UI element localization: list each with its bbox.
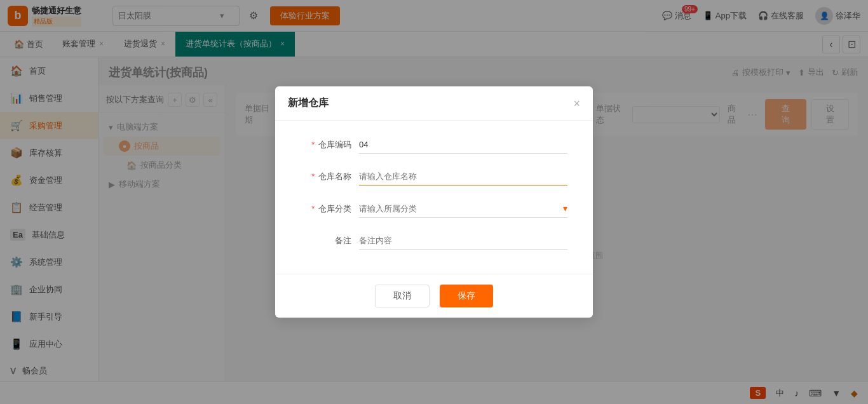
notes-label: 备注 <box>301 235 351 246</box>
dialog-body: * 仓库编码 * 仓库名称 * 仓库分类 <box>275 121 593 274</box>
category-select-row: ▾ <box>359 199 567 218</box>
required-star-category: * <box>311 204 315 213</box>
cancel-button[interactable]: 取消 <box>375 285 430 307</box>
form-row-code: * 仓库编码 <box>301 136 567 154</box>
form-row-category: * 仓库分类 ▾ <box>301 199 567 218</box>
dialog-header: 新增仓库 × <box>275 86 593 121</box>
dialog-footer: 取消 保存 <box>275 274 593 318</box>
warehouse-name-input[interactable] <box>359 168 567 185</box>
dialog-title: 新增仓库 <box>288 97 329 110</box>
form-row-name: * 仓库名称 <box>301 168 567 185</box>
modal-overlay: 新增仓库 × * 仓库编码 * 仓库名称 <box>0 0 868 404</box>
name-label: * 仓库名称 <box>301 171 351 182</box>
required-star-code: * <box>311 140 315 149</box>
category-dropdown-icon[interactable]: ▾ <box>563 203 567 213</box>
save-button[interactable]: 保存 <box>440 285 493 307</box>
dialog-close-btn[interactable]: × <box>573 98 580 109</box>
required-star-name: * <box>311 172 315 181</box>
warehouse-code-input[interactable] <box>359 136 567 154</box>
category-input[interactable] <box>359 204 563 213</box>
new-warehouse-dialog: 新增仓库 × * 仓库编码 * 仓库名称 <box>275 86 593 318</box>
form-row-notes: 备注 <box>301 232 567 250</box>
category-label: * 仓库分类 <box>301 203 351 215</box>
code-label: * 仓库编码 <box>301 139 351 151</box>
notes-input[interactable] <box>359 232 567 250</box>
